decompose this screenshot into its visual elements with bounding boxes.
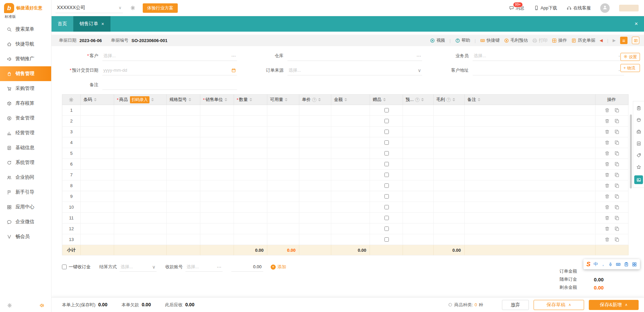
cell-amount[interactable] — [331, 223, 370, 234]
cell-qty[interactable] — [234, 213, 267, 223]
sidebar-item-marketing[interactable]: 营销推广 — [0, 51, 51, 66]
sidebar-item-app-center[interactable]: 应用中心 — [0, 200, 51, 214]
cell-unit[interactable] — [200, 191, 234, 202]
cell-qty[interactable] — [234, 202, 267, 213]
delete-row-icon[interactable] — [605, 118, 610, 124]
cell-pre[interactable] — [403, 180, 434, 191]
cell-product[interactable] — [114, 148, 167, 159]
cell-profit[interactable] — [434, 105, 465, 116]
cell-product[interactable] — [114, 170, 167, 180]
cell-available[interactable] — [267, 105, 299, 116]
cell-barcode[interactable] — [81, 170, 114, 180]
col-price[interactable]: 单价? — [299, 95, 331, 105]
cell-profit[interactable] — [434, 137, 465, 148]
cell-pre[interactable] — [403, 213, 434, 223]
cell-barcode[interactable] — [81, 223, 114, 234]
ime-mic-icon[interactable] — [608, 262, 613, 267]
cell-note[interactable] — [465, 116, 596, 127]
delete-row-icon[interactable] — [605, 237, 610, 242]
copy-row-icon[interactable] — [614, 237, 619, 242]
sidebar-item-basic-info[interactable]: 基础信息 — [0, 140, 51, 155]
sidebar-item-sales-management[interactable]: 销售管理 — [0, 66, 51, 81]
delete-row-icon[interactable] — [605, 194, 610, 199]
copy-row-icon[interactable] — [614, 183, 619, 188]
gift-checkbox[interactable] — [384, 130, 389, 134]
cell-barcode[interactable] — [81, 127, 114, 137]
cell-product[interactable] — [114, 116, 167, 127]
col-spec[interactable]: 规格型号 — [167, 95, 200, 105]
cell-spec[interactable] — [167, 159, 200, 170]
cell-available[interactable] — [267, 127, 299, 137]
tag-icon[interactable] — [635, 152, 642, 159]
speaker-icon[interactable] — [38, 302, 45, 309]
cell-available[interactable] — [267, 180, 299, 191]
cell-profit[interactable] — [434, 170, 465, 180]
copy-row-icon[interactable] — [614, 226, 619, 231]
col-available[interactable]: 可用量 — [267, 95, 299, 105]
cell-spec[interactable] — [167, 180, 200, 191]
cell-profit[interactable] — [434, 191, 465, 202]
cell-barcode[interactable] — [81, 234, 114, 245]
copy-row-icon[interactable] — [614, 162, 619, 167]
cell-profit[interactable] — [434, 180, 465, 191]
settlement-select[interactable]: 选择... ∨ — [120, 262, 157, 272]
cell-spec[interactable] — [167, 148, 200, 159]
cell-pre[interactable] — [403, 159, 434, 170]
cell-qty[interactable] — [234, 148, 267, 159]
cell-barcode[interactable] — [81, 202, 114, 213]
gift-checkbox[interactable] — [384, 183, 389, 188]
account-select[interactable]: 选择... ⋯ — [185, 262, 223, 272]
cell-amount[interactable] — [331, 213, 370, 223]
salesperson-field[interactable]: 选择... ⋯ — [473, 51, 624, 61]
cell-price[interactable] — [299, 159, 331, 170]
cell-note[interactable] — [465, 180, 596, 191]
delete-row-icon[interactable] — [605, 129, 610, 134]
gift-checkbox[interactable] — [384, 237, 389, 242]
cell-amount[interactable] — [331, 170, 370, 180]
cell-qty[interactable] — [234, 127, 267, 137]
copy-row-icon[interactable] — [614, 172, 619, 177]
toolbar-history[interactable]: 历史单据 — [571, 37, 595, 43]
cell-pre[interactable] — [403, 170, 434, 180]
tab-close-icon[interactable]: × — [101, 21, 104, 27]
cell-barcode[interactable] — [81, 137, 114, 148]
ime-logo-icon[interactable]: S — [586, 261, 590, 268]
cell-spec[interactable] — [167, 213, 200, 223]
cell-unit[interactable] — [200, 137, 234, 148]
cell-qty[interactable] — [234, 191, 267, 202]
customer-address-field[interactable]: ⋯ — [473, 65, 624, 75]
cell-note[interactable] — [465, 223, 596, 234]
cell-pre[interactable] — [403, 202, 434, 213]
cell-barcode[interactable] — [81, 116, 114, 127]
cell-note[interactable] — [465, 105, 596, 116]
cell-qty[interactable] — [234, 223, 267, 234]
ime-keyboard-icon[interactable] — [616, 262, 621, 267]
cell-price[interactable] — [299, 202, 331, 213]
cell-available[interactable] — [267, 137, 299, 148]
cell-qty[interactable] — [234, 137, 267, 148]
col-pre[interactable]: 预...? — [403, 95, 434, 105]
clipboard-icon[interactable] — [635, 105, 642, 111]
cell-available[interactable] — [267, 202, 299, 213]
copy-row-icon[interactable] — [614, 118, 619, 124]
cell-pre[interactable] — [403, 127, 434, 137]
gift-checkbox[interactable] — [384, 173, 389, 177]
gallery-icon[interactable] — [634, 175, 643, 184]
cell-amount[interactable] — [331, 202, 370, 213]
gift-checkbox[interactable] — [384, 227, 389, 231]
cell-available[interactable] — [267, 213, 299, 223]
tab-home[interactable]: 首页 — [52, 16, 73, 32]
sidebar-item-search-menu[interactable]: 搜索菜单 — [0, 22, 51, 37]
cell-unit[interactable] — [200, 148, 234, 159]
star-icon[interactable] — [635, 164, 642, 170]
cell-note[interactable] — [465, 234, 596, 245]
copy-row-icon[interactable] — [614, 194, 619, 199]
calendar-icon[interactable] — [231, 68, 236, 73]
cell-unit[interactable] — [200, 170, 234, 180]
cell-qty[interactable] — [234, 234, 267, 245]
cell-price[interactable] — [299, 116, 331, 127]
toolbar-help[interactable]: 帮助 — [455, 37, 470, 43]
abandon-button[interactable]: 放弃 — [502, 300, 529, 310]
order-source-field[interactable]: 选择... ∨ — [287, 65, 422, 75]
ime-clipboard-icon[interactable] — [624, 262, 629, 267]
